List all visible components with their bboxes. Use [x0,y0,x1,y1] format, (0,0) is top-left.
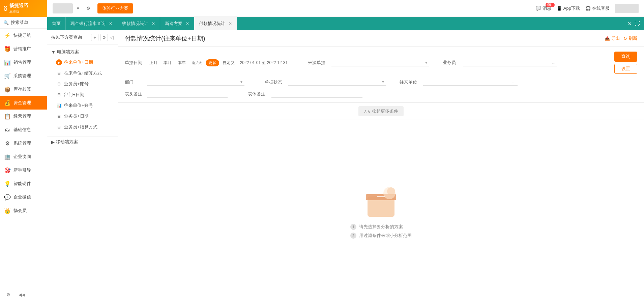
filter-row-3: 表头备注 表体备注 [125,90,637,98]
collapse-filter-btn[interactable]: ∧∧ 收起更多条件 [358,106,404,116]
sidebar-item-purchase[interactable]: 🛒 采购管理 [0,69,47,83]
date-custom[interactable]: 自定义 [220,59,237,67]
empty-hint-1: 1 请先选择要分析的方案 [350,224,412,230]
counterpart-select[interactable]: ... [423,79,518,86]
date-this-year[interactable]: 本年 [175,59,188,67]
guide-icon: 🎯 [4,167,11,174]
refresh-btn[interactable]: ↻ 刷新 [623,35,637,41]
sidebar-item-marketing[interactable]: 🎁 营销推广 [0,42,47,56]
salesperson-group: 业务员 ... [443,59,557,66]
date-last-7days[interactable]: 近7天 [189,59,205,67]
content-area: 按以下方案查询 + ⚙ ◁ ▼ 电脑端方案 ▶ [47,30,644,303]
header-settings-btn[interactable]: ⚙ [83,3,93,13]
date-this-month[interactable]: 本月 [161,59,174,67]
scheme-item-unit-date[interactable]: ▶ 往来单位+日期 [47,57,118,68]
tab-close-cash-flow[interactable]: ✕ [109,21,112,26]
scheme-item-staff-account[interactable]: ⊞ 业务员+账号 [47,79,118,89]
scheme-table-icon-2: ⊞ [56,81,62,87]
app-download-btn[interactable]: 📱 App下载 [557,5,580,11]
sidebar-item-inventory[interactable]: 📦 库存核算 [0,83,47,96]
basic-icon: 🗂 [4,126,11,133]
trial-industry-btn[interactable]: 体验行业方案 [97,3,133,13]
add-icon: + [93,35,96,40]
order-status-select[interactable]: ▾ [288,79,386,86]
scheme-item-dept-date[interactable]: ⊞ 部门+日期 [47,89,118,100]
sidebar: 6 畅捷通巧 标准版 🔍 搜索菜单 ⚡ 快捷导航 🎁 营销推广 📊 销售管理 🛒… [0,0,47,303]
sidebar-item-business[interactable]: 📋 经营管理 [0,110,47,123]
mobile-scheme-header[interactable]: ▶ 移动端方案 [47,137,118,147]
tab-close-new-scheme[interactable]: ✕ [186,21,189,26]
sidebar-item-hardware[interactable]: 💡 智能硬件 [0,177,47,190]
desktop-scheme-arrow: ▼ [51,50,56,55]
svg-point-4 [387,187,395,195]
export-btn[interactable]: 📤 导出 [605,35,620,41]
service-icon: 🎧 [585,6,591,11]
sidebar-item-corp[interactable]: 🏢 企业协同 [0,150,47,163]
scheme-item-staff-date[interactable]: ⊞ 业务员+日期 [47,111,118,122]
inventory-icon: 📦 [4,86,11,93]
empty-state: 1 请先选择要分析的方案 2 用过滤条件来缩小分析范围 [118,120,644,303]
tab-close-receipt-stats[interactable]: ✕ [152,21,155,26]
tab-cash-flow[interactable]: 现金银行流水查询 ✕ [66,17,117,30]
salesperson-label: 业务员 [443,60,460,66]
weixin-icon: 💬 [4,194,11,201]
memo-body-input[interactable] [271,90,362,98]
desktop-scheme-header[interactable]: ▼ 电脑端方案 [47,47,118,57]
messages-btn[interactable]: 💬 消息 99+ [536,5,551,11]
purchase-icon: 🛒 [4,72,11,79]
left-panel-header: 按以下方案查询 + ⚙ ◁ [47,30,118,45]
source-group: 来源单据 ▾ [308,59,429,66]
tab-receipt-stats[interactable]: 收款情况统计 ✕ [117,17,160,30]
left-panel-collapse-btn[interactable]: ◁ [110,35,114,40]
user-info[interactable] [615,4,639,13]
tab-home[interactable]: 首页 [47,17,66,30]
date-options: 上月 本月 本年 近7天 更多 自定义 2022-01-01 至 2022-12… [147,59,288,67]
sidebar-item-finance[interactable]: 💰 资金管理 [0,96,47,110]
search-icon: 🔍 [3,20,9,25]
scheme-settings-btn[interactable]: ⚙ [100,34,108,41]
app-icon: 📱 [557,6,562,11]
left-panel-actions: + ⚙ [91,34,108,41]
salesperson-select[interactable]: ... [463,59,557,66]
sidebar-item-member[interactable]: 👑 畅会员 [0,204,47,217]
sidebar-item-weixin[interactable]: 💬 企业微信 [0,190,47,204]
filter-row-2: 部门 ▾ 单据状态 ▾ 往来单位 [125,79,637,86]
header-dropdown-icon[interactable]: ▾ [77,6,79,11]
sidebar-item-sales[interactable]: 📊 销售管理 [0,56,47,69]
memo-header-input[interactable] [147,90,228,98]
memo-body-group: 表体备注 [248,90,362,98]
page-title: 付款情况统计(往来单位+日期) [125,34,605,42]
tab-new-scheme[interactable]: 新建方案 ✕ [160,17,194,30]
tab-bar: 首页 现金银行流水查询 ✕ 收款情况统计 ✕ 新建方案 ✕ 付款情况统计 ✕ ✕… [47,17,644,30]
sidebar-item-basic[interactable]: 🗂 基础信息 [0,123,47,137]
scheme-item-staff-settle[interactable]: ⊞ 业务员+结算方式 [47,122,118,132]
scheme-item-unit-account[interactable]: 📊 往来单位+账号 [47,100,118,111]
sidebar-item-quick-nav[interactable]: ⚡ 快捷导航 [0,29,47,42]
query-btn[interactable]: 查询 [614,52,637,62]
date-last-month[interactable]: 上月 [147,59,160,67]
tab-payment-stats[interactable]: 付款情况统计 ✕ [194,17,237,30]
scheme-item-unit-settle[interactable]: ⊞ 往来单位+结算方式 [47,68,118,79]
add-scheme-btn[interactable]: + [91,34,98,41]
empty-hint-2: 2 用过滤条件来缩小分析范围 [350,233,412,239]
tab-close-all-icon[interactable]: ✕ [627,21,632,27]
sidebar-footer-collapse[interactable]: ◀◀ [17,290,27,300]
counterpart-label: 往来单位 [400,79,420,85]
empty-state-illustration [361,185,401,218]
date-more[interactable]: 更多 [206,59,219,66]
filter-settings-btn[interactable]: 设置 [614,64,637,74]
corp-icon: 🏢 [4,153,11,160]
sidebar-search[interactable]: 🔍 搜索菜单 [0,17,47,29]
order-status-group: 单据状态 ▾ [265,79,386,86]
sidebar-item-guide[interactable]: 🎯 新手引导 [0,163,47,177]
dept-select[interactable]: ▾ [147,79,244,86]
sidebar-item-system[interactable]: ⚙ 系统管理 [0,137,47,150]
tab-close-payment-stats[interactable]: ✕ [229,21,232,26]
sidebar-footer-settings[interactable]: ⚙ [3,290,13,300]
source-select[interactable]: ▾ [331,59,429,66]
settings-gear-icon: ⚙ [86,6,90,11]
online-service-btn[interactable]: 🎧 在线客服 [585,5,610,11]
sidebar-logo: 6 [3,4,7,13]
scheme-table-icon-1: ⊞ [56,70,62,76]
tab-expand-icon[interactable]: ⛶ [635,21,640,27]
